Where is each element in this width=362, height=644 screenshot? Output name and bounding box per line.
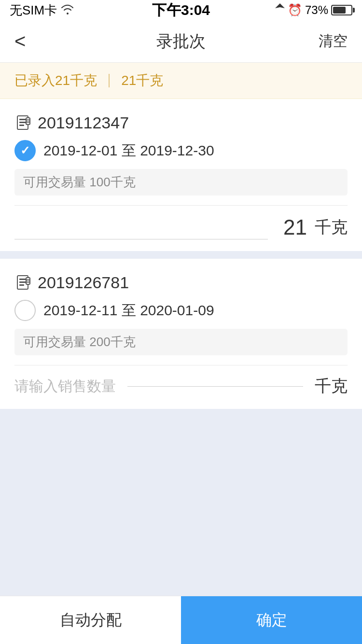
status-time: 下午3:04	[152, 0, 210, 20]
batch2-unit: 千克	[315, 375, 348, 397]
batch1-date-range: 2019-12-01 至 2019-12-30	[43, 141, 214, 161]
batch2-input-row: 请输入销售数量 千克	[14, 365, 348, 409]
batch1-header: 2019112347	[14, 113, 348, 132]
svg-rect-1	[19, 119, 26, 120]
doc-icon-1	[14, 114, 33, 132]
batch2-available: 可用交易量 200千克	[14, 329, 348, 355]
nav-bar: < 录批次 清空	[0, 20, 362, 63]
summary-label: 已录入21千克	[14, 71, 97, 90]
svg-rect-2	[19, 122, 26, 123]
back-button[interactable]: <	[14, 30, 26, 52]
batch2-input-underline	[127, 386, 303, 387]
batch1-available: 可用交易量 100千克	[14, 169, 348, 196]
batch1-card: 2019112347 2019-12-01 至 2019-12-30 可用交易量…	[0, 99, 362, 251]
status-right: ⏰ 73%	[275, 3, 352, 17]
batch1-quantity-unit: 千克	[315, 216, 348, 238]
confirm-button[interactable]: 确定	[181, 596, 362, 644]
batch1-quantity-value: 21	[283, 215, 307, 239]
batch2-id: 2019126781	[38, 273, 129, 292]
location-icon	[275, 3, 285, 17]
batch1-id: 2019112347	[38, 113, 129, 132]
summary-divider	[109, 74, 110, 87]
svg-rect-8	[19, 284, 24, 286]
bottom-bar: 自动分配 确定	[0, 596, 362, 644]
batch2-input-placeholder: 请输入销售数量	[14, 377, 116, 396]
batch2-radio[interactable]	[14, 300, 36, 321]
svg-rect-6	[19, 279, 26, 280]
batch1-radio[interactable]	[14, 140, 36, 161]
battery-icon	[331, 5, 352, 15]
status-left: 无SIM卡	[10, 2, 74, 19]
page-title: 录批次	[156, 30, 206, 53]
svg-rect-3	[19, 125, 24, 126]
alarm-icon: ⏰	[288, 3, 302, 17]
battery-percent: 73%	[305, 3, 328, 17]
batch2-card: 2019126781 2019-12-11 至 2020-01-09 可用交易量…	[0, 259, 362, 409]
empty-area	[0, 409, 362, 596]
batch2-header: 2019126781	[14, 273, 348, 292]
svg-rect-7	[19, 281, 26, 283]
clear-button[interactable]: 清空	[319, 31, 348, 51]
doc-icon-2	[14, 274, 33, 292]
batch2-date-row: 2019-12-11 至 2020-01-09	[14, 300, 348, 321]
carrier-text: 无SIM卡	[10, 2, 57, 19]
batch1-date-row: 2019-12-01 至 2019-12-30	[14, 140, 348, 161]
batch2-date-range: 2019-12-11 至 2020-01-09	[43, 301, 214, 321]
summary-banner: 已录入21千克 21千克	[0, 63, 362, 99]
quantity-underline	[14, 239, 268, 239]
status-bar: 无SIM卡 下午3:04 ⏰ 73%	[0, 0, 362, 20]
section-divider	[0, 251, 362, 259]
batch1-quantity-row: 21 千克	[14, 205, 348, 251]
auto-distribute-button[interactable]: 自动分配	[0, 596, 181, 644]
wifi-icon	[61, 3, 74, 18]
summary-value: 21千克	[121, 71, 163, 90]
